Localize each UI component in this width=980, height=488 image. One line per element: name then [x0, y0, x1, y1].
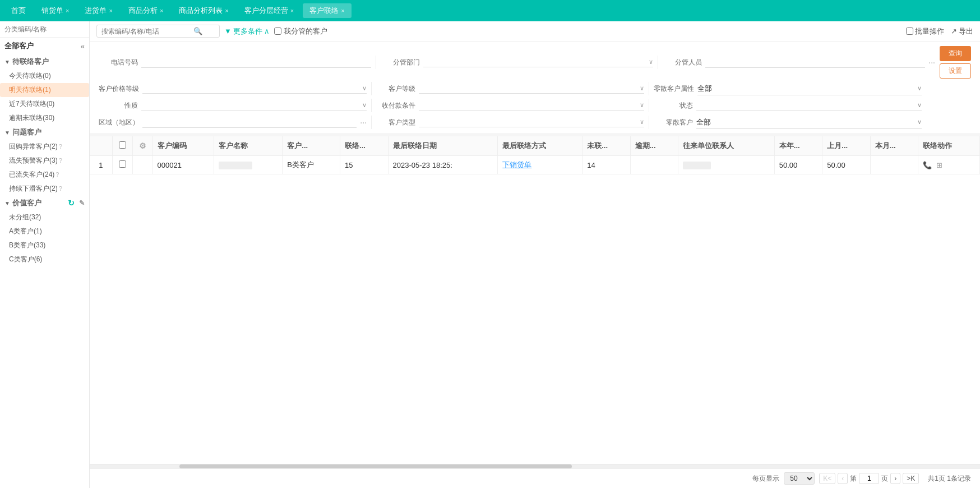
sidebar-item-overdue[interactable]: 逾期未联络(30): [0, 111, 89, 125]
sidebar-item-repurchase[interactable]: 回购异常客户(2)?: [0, 140, 89, 154]
sidebar-item-c-class[interactable]: C类客户(6): [0, 252, 89, 266]
sidebar-item-churn-warn[interactable]: 流失预警客户(3)?: [0, 154, 89, 168]
filter-payment-select[interactable]: ∨: [419, 100, 644, 111]
nature-dropdown-arrow: ∨: [362, 102, 367, 109]
page-input[interactable]: [859, 473, 879, 484]
filter-retail-select[interactable]: 全部 ∨: [697, 82, 922, 95]
filter-phone-input[interactable]: [141, 57, 371, 68]
help-icon-2: ?: [59, 157, 62, 164]
my-customers-checkbox-wrap[interactable]: 我分管的客户: [274, 26, 327, 36]
nav-analysis-label: 商品分析: [128, 6, 158, 16]
sidebar-collapse-icon[interactable]: «: [81, 42, 85, 50]
all-customers-header[interactable]: 全部客户 «: [0, 38, 89, 54]
filter-clevel-select[interactable]: ∨: [419, 84, 644, 94]
group-pending-text: 待联络客户: [12, 57, 49, 67]
row-checkbox[interactable]: [119, 160, 126, 168]
manager-more-dots[interactable]: ···: [928, 58, 935, 67]
sidebar-item-churned[interactable]: 已流失客户(24)?: [0, 168, 89, 182]
group-problem-label: ▼ 问题客户: [0, 125, 89, 140]
settings-button[interactable]: 设置: [940, 63, 971, 79]
horizontal-scrollbar[interactable]: [90, 464, 980, 468]
triangle-icon-3: ▼: [4, 200, 10, 206]
page-size-select[interactable]: 50 20 100: [784, 472, 815, 485]
col-header-this-month: 本月...: [870, 136, 918, 156]
batch-op-btn[interactable]: 批量操作: [906, 26, 944, 36]
col-header-overdue: 逾期...: [630, 136, 678, 156]
my-customers-checkbox[interactable]: [274, 27, 281, 35]
cell-last-date: 2023-05-23 18:25:: [388, 156, 498, 174]
batch-op-checkbox[interactable]: [906, 27, 913, 35]
filter-dept-select[interactable]: ∨: [423, 57, 653, 67]
filter-dept: 分管部门 ∨: [381, 57, 653, 67]
sidebar-item-7days[interactable]: 近7天待联络(0): [0, 97, 89, 111]
filter-region: 区域（地区） ···: [99, 117, 367, 128]
sidebar-item-tomorrow[interactable]: 明天待联络(1): [0, 83, 89, 97]
filter-rc-label: 零散客户: [654, 118, 693, 127]
last-method-link[interactable]: 下销货单: [502, 160, 531, 169]
last-page-btn[interactable]: >K: [903, 473, 919, 484]
nav-customer-contact-close[interactable]: ×: [341, 7, 344, 14]
search-input-wrap: 🔍: [96, 25, 220, 38]
more-conditions-btn[interactable]: ▼ 更多条件 ∧: [224, 26, 270, 36]
nav-analysis-close[interactable]: ×: [160, 7, 163, 14]
nav-home[interactable]: 首页: [4, 3, 33, 18]
refresh-icon[interactable]: ↻: [68, 199, 75, 208]
nav-analysis-list-label: 商品分析列表: [179, 6, 223, 16]
nav-customer-tier[interactable]: 客户分层经营 ×: [238, 3, 301, 18]
content-area: 🔍 ▼ 更多条件 ∧ 我分管的客户 批量操作 ↗ 导出: [90, 21, 980, 488]
sidebar-item-b-class[interactable]: B类客户(33): [0, 238, 89, 252]
filter-customer-level: 客户等级 ∨: [376, 84, 644, 94]
filter-nature-select[interactable]: ∨: [141, 100, 367, 111]
divider-6: [649, 99, 649, 112]
scroll-thumb[interactable]: [179, 464, 572, 468]
filter-region-label: 区域（地区）: [99, 118, 139, 127]
divider-8: [649, 116, 649, 129]
filter-rc-select[interactable]: 全部 ∨: [696, 116, 922, 129]
filter-price-label: 客户价格等级: [99, 84, 139, 94]
region-more-dots[interactable]: ···: [360, 118, 367, 127]
sidebar-item-a-class[interactable]: A类客户(1): [0, 224, 89, 238]
search-bar-right: 批量操作 ↗ 导出: [906, 26, 973, 36]
filter-price-select[interactable]: ∨: [142, 84, 367, 94]
nav-purchase-close[interactable]: ×: [109, 7, 112, 14]
group-pending-label: ▼ 待联络客户: [0, 54, 89, 69]
nav-analysis-list-close[interactable]: ×: [225, 7, 228, 14]
search-icon[interactable]: 🔍: [193, 27, 202, 35]
filter-manager-input[interactable]: [705, 57, 925, 68]
sidebar-item-today[interactable]: 今天待联络(0): [0, 69, 89, 83]
filter-phone: 电话号码: [99, 57, 371, 68]
prev-page-btn[interactable]: ‹: [838, 473, 848, 484]
help-icon-4: ?: [59, 185, 62, 192]
dept-dropdown-arrow: ∨: [649, 58, 653, 66]
nav-analysis[interactable]: 商品分析 ×: [122, 3, 170, 18]
export-btn[interactable]: ↗ 导出: [951, 26, 973, 36]
cell-check: [112, 156, 132, 174]
action-grid-icon[interactable]: ⊞: [936, 161, 942, 169]
nav-purchase[interactable]: 进货单 ×: [78, 3, 119, 18]
search-input[interactable]: [101, 27, 191, 35]
first-page-btn[interactable]: K<: [819, 473, 835, 484]
next-page-btn[interactable]: ›: [890, 473, 900, 484]
filter-customer-type: 客户类型 ∨: [376, 117, 644, 127]
filter-region-input[interactable]: [142, 117, 357, 128]
nav-analysis-list[interactable]: 商品分析列表 ×: [172, 3, 235, 18]
sidebar-item-declining[interactable]: 持续下滑客户(2)?: [0, 182, 89, 196]
filter-ctype-select[interactable]: ∨: [419, 117, 644, 127]
action-phone-icon[interactable]: 📞: [923, 161, 932, 169]
settings-gear-icon[interactable]: ⚙: [139, 141, 146, 150]
edit-icon[interactable]: ✎: [79, 199, 85, 207]
filter-status: 状态 ∨: [654, 100, 922, 111]
sidebar-item-ungrouped[interactable]: 未分组(32): [0, 210, 89, 224]
sidebar-search-input[interactable]: [4, 25, 89, 33]
nav-sales[interactable]: 销货单 ×: [35, 3, 76, 18]
help-icon-1: ?: [59, 143, 62, 150]
batch-op-label: 批量操作: [915, 26, 944, 36]
nav-customer-tier-close[interactable]: ×: [290, 7, 294, 14]
triangle-icon-2: ▼: [4, 130, 10, 136]
cell-settings: [132, 156, 152, 174]
filter-status-select[interactable]: ∨: [696, 100, 922, 111]
nav-sales-close[interactable]: ×: [66, 7, 69, 14]
select-all-checkbox[interactable]: [119, 141, 126, 149]
nav-customer-contact[interactable]: 客户联络 ×: [303, 3, 351, 18]
query-button[interactable]: 查询: [940, 46, 971, 61]
